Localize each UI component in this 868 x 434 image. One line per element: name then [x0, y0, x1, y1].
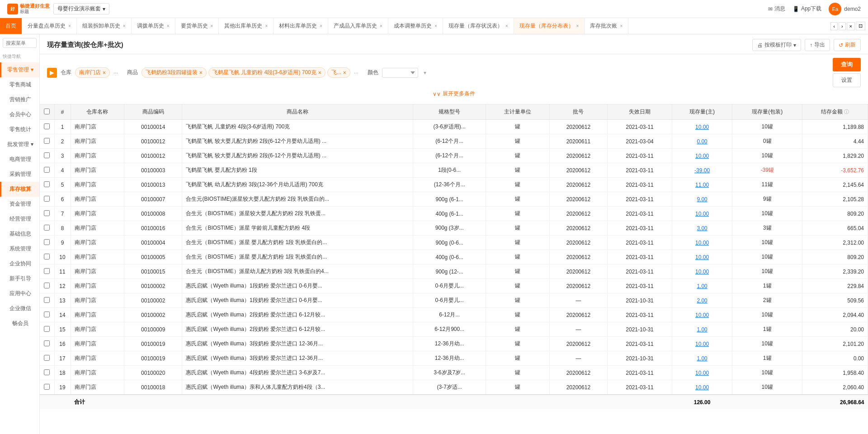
tab-requisition[interactable]: 要货单历史 × [175, 18, 219, 34]
row-select[interactable] [44, 138, 50, 144]
row-select[interactable] [44, 369, 50, 375]
query-button[interactable]: 查询 [833, 58, 861, 71]
stock-main-link[interactable]: 3.00 [697, 225, 707, 231]
row-select[interactable] [44, 340, 50, 346]
sidebar-item-ecommerce[interactable]: 电商管理 [0, 152, 39, 167]
tab-other-out[interactable]: 其他出库单历史 × [219, 18, 274, 34]
stock-main-link[interactable]: 10.00 [695, 370, 709, 376]
stock-main-link[interactable]: 10.00 [695, 312, 709, 318]
row-select[interactable] [44, 167, 50, 173]
tab-adjust[interactable]: 调拨单历史 × [132, 18, 175, 34]
tab-home[interactable]: 首页 [0, 18, 22, 34]
tab-product-in[interactable]: 产成品入库单历史 × [328, 18, 388, 34]
row-select[interactable] [44, 268, 50, 274]
row-select[interactable] [44, 123, 50, 129]
close-requisition[interactable]: × [211, 24, 213, 28]
sidebar-item-purchase[interactable]: 采购管理 [0, 167, 39, 182]
row-select[interactable] [44, 225, 50, 231]
remove-product-tag-2[interactable]: × [318, 70, 321, 76]
search-input[interactable] [3, 38, 37, 48]
select-all-checkbox[interactable] [44, 108, 50, 114]
settings-button[interactable]: 设置 [833, 73, 861, 87]
sidebar-item-operations[interactable]: 经营管理 [0, 212, 39, 226]
sidebar-item-member[interactable]: 会员中心 [0, 107, 39, 122]
tab-cost-adjust[interactable]: 成本调整单历史 × [388, 18, 443, 34]
stock-main-link[interactable]: 11.00 [695, 182, 709, 188]
stock-main-link[interactable]: 10.00 [695, 124, 709, 130]
sidebar-item-marketing[interactable]: 营销推广 [0, 92, 39, 107]
close-other-out[interactable]: × [265, 24, 268, 28]
stock-main-link[interactable]: 1.00 [697, 283, 707, 289]
row-select[interactable] [44, 355, 50, 361]
sidebar-item-sys-mgmt[interactable]: 系统管理 [0, 241, 39, 256]
sidebar-item-app-center[interactable]: 应用中心 [0, 286, 39, 301]
tab-batch-charge[interactable]: 库存批次账 × [585, 18, 628, 34]
row-select[interactable] [44, 283, 50, 288]
tab-close-all[interactable]: × [847, 22, 855, 30]
sidebar-item-inventory[interactable]: 库存核算 [0, 182, 39, 197]
product-more[interactable]: ··· [354, 70, 359, 76]
workspace-selector[interactable]: 母婴行业演示账套 ▾ [53, 3, 109, 14]
row-select[interactable] [44, 384, 50, 390]
sidebar-item-enterprise-wechat[interactable]: 企业微信 [0, 301, 39, 316]
close-batch-charge[interactable]: × [620, 24, 623, 28]
sidebar-item-retail-stats[interactable]: 零售统计 [0, 122, 39, 137]
stock-main-link[interactable]: 10.00 [695, 240, 709, 246]
row-select[interactable] [44, 239, 50, 245]
close-cost-adjust[interactable]: × [434, 24, 437, 28]
tab-next[interactable]: › [839, 22, 846, 30]
stock-main-link[interactable]: 10.00 [695, 254, 709, 260]
sidebar-item-new-guide[interactable]: 新手引导 [0, 271, 39, 286]
color-select[interactable] [382, 68, 418, 78]
row-select[interactable] [44, 311, 50, 317]
sidebar-item-retail-mgmt[interactable]: 零售管理 ▾ [0, 62, 39, 77]
row-select[interactable] [44, 152, 50, 158]
sidebar-item-retail-shop[interactable]: 零售商城 [0, 77, 39, 92]
app-download-btn[interactable]: 📱 App下载 [793, 5, 821, 13]
stock-main-link[interactable]: 10.00 [695, 153, 709, 159]
tab-inventory-dist[interactable]: 现存量（库存分布表） × [514, 18, 585, 34]
tab-inventory-status[interactable]: 现存量（库存状况表） × [443, 18, 514, 34]
row-select[interactable] [44, 181, 50, 187]
tab-menu[interactable]: ⊡ [856, 22, 865, 30]
sidebar-item-membership[interactable]: 畅会员 [0, 316, 39, 331]
row-select[interactable] [44, 210, 50, 216]
tab-disassemble[interactable]: 组装拆卸单历史 × [77, 18, 132, 34]
stock-main-link[interactable]: -39.00 [694, 167, 710, 174]
sidebar-item-finance[interactable]: 资金管理 [0, 197, 39, 212]
tab-prev[interactable]: ‹ [830, 22, 838, 30]
warehouse-more[interactable]: ··· [113, 70, 118, 76]
export-button[interactable]: ↑ 导出 [805, 39, 830, 51]
stock-main-link[interactable]: 10.00 [695, 384, 709, 391]
balance-info-icon[interactable]: ⓘ [844, 109, 849, 114]
stock-main-link[interactable]: 9.00 [697, 196, 707, 203]
remove-product-tag-3[interactable]: × [343, 70, 346, 76]
close-inventory-dist[interactable]: × [576, 24, 579, 28]
row-select[interactable] [44, 326, 50, 332]
stock-main-link[interactable]: 2.00 [697, 297, 707, 304]
tab-split-inventory[interactable]: 分量盘点单历史 × [22, 18, 77, 34]
row-select[interactable] [44, 297, 50, 303]
stock-main-link[interactable]: 0.00 [697, 138, 707, 145]
close-product-in[interactable]: × [380, 24, 382, 28]
refresh-button[interactable]: ↺ 刷新 [834, 39, 861, 51]
stock-main-link[interactable]: 10.00 [695, 269, 709, 275]
template-print-button[interactable]: 🖨 按模板打印 ▾ [752, 39, 801, 51]
tab-material-out[interactable]: 材料出库单历史 × [274, 18, 328, 34]
close-adjust[interactable]: × [167, 24, 170, 28]
close-material-out[interactable]: × [320, 24, 322, 28]
expand-more-btn[interactable]: ∨∨ 展开更多条件 [47, 87, 861, 100]
remove-product-tag-1[interactable]: × [199, 70, 203, 76]
stock-main-link[interactable]: 10.00 [695, 211, 709, 217]
stock-main-link[interactable]: 1.00 [697, 326, 707, 333]
stock-main-link[interactable]: 1.00 [697, 355, 707, 362]
message-btn[interactable]: ✉ 消息 [768, 5, 785, 13]
row-select[interactable] [44, 196, 50, 202]
color-dropdown-arrow[interactable]: ▾ [424, 70, 426, 76]
close-split-inventory[interactable]: × [68, 24, 71, 28]
stock-main-link[interactable]: 10.00 [695, 341, 709, 347]
sidebar-item-basic-info[interactable]: 基础信息 [0, 226, 39, 241]
close-disassemble[interactable]: × [123, 24, 126, 28]
remove-warehouse-tag[interactable]: × [103, 70, 106, 76]
sidebar-item-wholesale[interactable]: 批发管理 ▾ [0, 137, 39, 152]
